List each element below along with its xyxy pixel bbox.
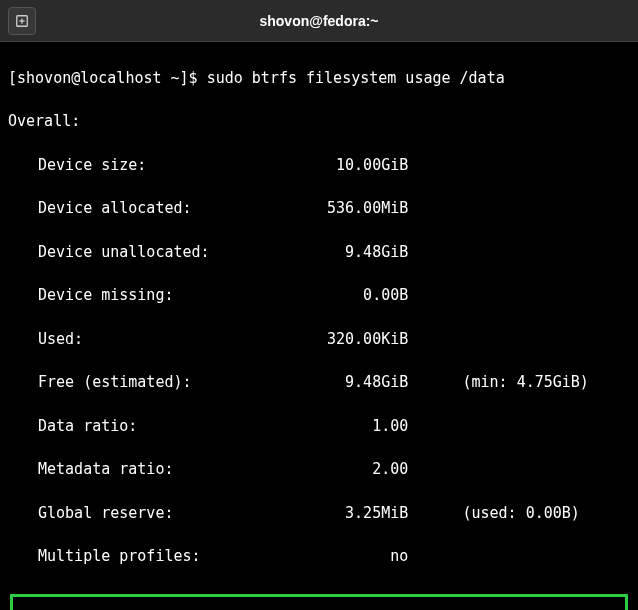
- overall-row: Multiple profiles: no: [8, 546, 630, 568]
- prompt-userhost: [shovon@localhost ~]$: [8, 69, 207, 87]
- overall-row: Device unallocated: 9.48GiB: [8, 242, 630, 264]
- row-label: Device size: 10.00GiB: [38, 156, 408, 174]
- overall-row: Free (estimated): 9.48GiB (min: 4.75GiB): [8, 372, 630, 394]
- terminal-output[interactable]: [shovon@localhost ~]$ sudo btrfs filesys…: [0, 42, 638, 610]
- overall-row: Data ratio: 1.00: [8, 416, 630, 438]
- terminal-container: [shovon@localhost ~]$ sudo btrfs filesys…: [0, 42, 638, 610]
- overall-row: Metadata ratio: 2.00: [8, 459, 630, 481]
- overall-row: Used: 320.00KiB: [8, 329, 630, 351]
- overall-header: Overall:: [8, 111, 630, 133]
- command-text: sudo btrfs filesystem usage /data: [207, 69, 505, 87]
- window-title: shovon@fedora:~: [8, 13, 630, 29]
- overall-row: Device missing: 0.00B: [8, 285, 630, 307]
- prompt-line: [shovon@localhost ~]$ sudo btrfs filesys…: [8, 68, 630, 90]
- overall-row: Device allocated: 536.00MiB: [8, 198, 630, 220]
- overall-row: Device size: 10.00GiB: [8, 155, 630, 177]
- window-titlebar: shovon@fedora:~: [0, 0, 638, 42]
- overall-row: Global reserve: 3.25MiB (used: 0.00B): [8, 503, 630, 525]
- highlighted-section: Data,single: Size:8.00MiB, Used:64.00KiB…: [10, 594, 628, 610]
